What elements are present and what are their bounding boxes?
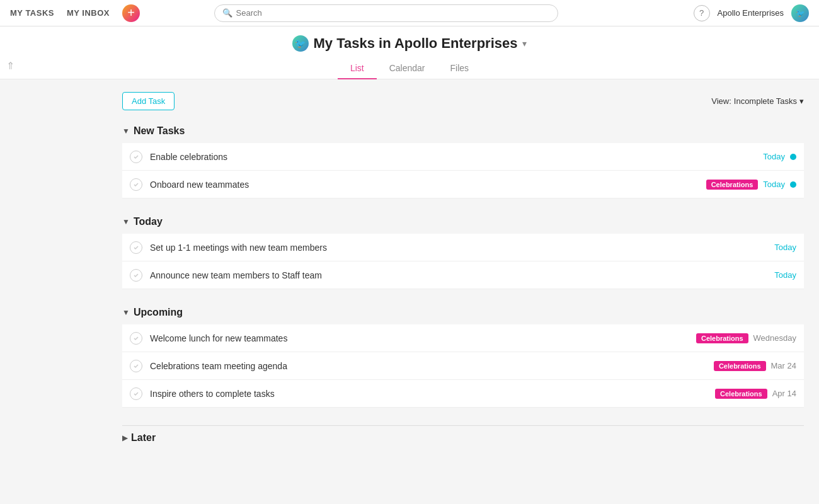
tab-files[interactable]: Files bbox=[438, 58, 482, 79]
page-icon: 🐦 bbox=[292, 35, 309, 52]
page-icon-glyph: 🐦 bbox=[295, 38, 306, 49]
company-name: Apollo Enterprises bbox=[718, 8, 784, 18]
task-meta: Today bbox=[763, 152, 796, 161]
task-meta: Celebrations Apr 14 bbox=[715, 389, 796, 399]
section-arrow-upcoming: ▼ bbox=[122, 308, 130, 317]
section-title-upcoming: Upcoming bbox=[134, 307, 183, 318]
task-date: Today bbox=[763, 180, 785, 189]
task-label: Welcome lunch for new teammates bbox=[150, 333, 691, 343]
task-checkbox[interactable] bbox=[130, 151, 142, 163]
task-label: Enable celebrations bbox=[150, 152, 758, 162]
tab-list[interactable]: List bbox=[338, 58, 377, 79]
help-icon: ? bbox=[699, 8, 704, 18]
nav-my-inbox[interactable]: MY INBOX bbox=[67, 6, 110, 20]
task-row[interactable]: Celebrations team meeting agenda Celebra… bbox=[122, 352, 804, 380]
avatar-icon: 🐦 bbox=[796, 9, 805, 18]
task-meta: Today bbox=[774, 270, 796, 280]
check-icon bbox=[133, 244, 139, 251]
task-tag: Celebrations bbox=[696, 333, 748, 343]
task-tag: Celebrations bbox=[706, 180, 759, 190]
section-arrow-new-tasks: ▼ bbox=[122, 127, 130, 135]
view-select[interactable]: View: Incomplete Tasks ▾ bbox=[711, 96, 804, 106]
section-new-tasks: ▼ New Tasks Enable celebrations Today On… bbox=[122, 125, 804, 198]
plus-icon: + bbox=[127, 6, 135, 19]
task-row[interactable]: Enable celebrations Today bbox=[122, 143, 804, 171]
task-toolbar: Add Task View: Incomplete Tasks ▾ bbox=[122, 92, 804, 110]
section-upcoming: ▼ Upcoming Welcome lunch for new teammat… bbox=[122, 307, 804, 408]
section-title-new-tasks: New Tasks bbox=[134, 125, 185, 137]
view-value: Incomplete Tasks bbox=[734, 96, 797, 106]
task-date: Wednesday bbox=[753, 333, 796, 343]
section-header-today[interactable]: ▼ Today bbox=[122, 216, 804, 227]
task-area: Add Task View: Incomplete Tasks ▾ ▼ New … bbox=[107, 79, 819, 504]
task-meta: Celebrations Today bbox=[706, 180, 796, 190]
task-label: Announce new team members to Staff team bbox=[150, 270, 769, 280]
avatar[interactable]: 🐦 bbox=[791, 4, 809, 22]
section-today: ▼ Today Set up 1-1 meetings with new tea… bbox=[122, 216, 804, 289]
task-label: Onboard new teammates bbox=[150, 180, 701, 190]
task-row[interactable]: Welcome lunch for new teammates Celebrat… bbox=[122, 324, 804, 352]
task-row[interactable]: Onboard new teammates Celebrations Today bbox=[122, 171, 804, 198]
check-icon bbox=[133, 391, 139, 397]
section-arrow-today: ▼ bbox=[122, 217, 130, 226]
view-label: View: bbox=[711, 96, 731, 106]
add-task-button[interactable]: Add Task bbox=[122, 92, 175, 110]
check-icon bbox=[133, 335, 139, 341]
top-nav: MY TASKS MY INBOX + 🔍 ? Apollo Enterpris… bbox=[0, 0, 819, 26]
task-checkbox[interactable] bbox=[130, 269, 142, 282]
task-row[interactable]: Set up 1-1 meetings with new team member… bbox=[122, 234, 804, 261]
help-button[interactable]: ? bbox=[694, 5, 710, 21]
tab-calendar[interactable]: Calendar bbox=[377, 58, 438, 79]
task-checkbox[interactable] bbox=[130, 178, 142, 191]
page-tabs: List Calendar Files bbox=[0, 58, 819, 79]
section-header-upcoming[interactable]: ▼ Upcoming bbox=[122, 307, 804, 318]
nav-my-tasks[interactable]: MY TASKS bbox=[10, 6, 54, 20]
dot-indicator bbox=[790, 154, 796, 160]
check-icon bbox=[133, 272, 139, 278]
check-icon bbox=[133, 154, 139, 160]
section-arrow-later: ▶ bbox=[122, 434, 127, 442]
task-date: Today bbox=[774, 243, 796, 252]
task-checkbox[interactable] bbox=[130, 387, 142, 400]
search-bar: 🔍 bbox=[214, 4, 558, 22]
task-row[interactable]: Announce new team members to Staff team … bbox=[122, 261, 804, 289]
add-button[interactable]: + bbox=[122, 4, 140, 22]
task-meta: Today bbox=[774, 243, 796, 252]
page-title-dropdown[interactable]: ▾ bbox=[522, 38, 527, 49]
task-tag: Celebrations bbox=[714, 361, 766, 371]
task-checkbox[interactable] bbox=[130, 360, 142, 372]
dot-indicator bbox=[790, 181, 796, 188]
task-date: Apr 14 bbox=[772, 389, 796, 398]
task-label: Celebrations team meeting agenda bbox=[150, 361, 709, 371]
section-header-new-tasks[interactable]: ▼ New Tasks bbox=[122, 125, 804, 137]
page-header: 🐦 My Tasks in Apollo Enterprises ▾ List … bbox=[0, 26, 819, 79]
task-checkbox[interactable] bbox=[130, 332, 142, 345]
page-title-row: 🐦 My Tasks in Apollo Enterprises ▾ bbox=[0, 35, 819, 52]
task-tag: Celebrations bbox=[715, 389, 767, 399]
section-title-later: Later bbox=[131, 432, 156, 444]
task-checkbox[interactable] bbox=[130, 241, 142, 254]
task-date: Today bbox=[763, 152, 785, 161]
task-label: Set up 1-1 meetings with new team member… bbox=[150, 243, 769, 253]
task-date: Mar 24 bbox=[771, 361, 796, 370]
task-date: Today bbox=[774, 270, 796, 280]
main-content: ⇑ Add Task View: Incomplete Tasks ▾ ▼ Ne… bbox=[0, 79, 819, 504]
page-title: My Tasks in Apollo Enterprises bbox=[314, 35, 518, 52]
task-row[interactable]: Inspire others to complete tasks Celebra… bbox=[122, 380, 804, 408]
view-arrow: ▾ bbox=[799, 96, 804, 106]
section-title-today: Today bbox=[134, 216, 163, 227]
nav-right: ? Apollo Enterprises 🐦 bbox=[694, 4, 810, 22]
check-icon bbox=[133, 181, 139, 188]
check-icon bbox=[133, 363, 139, 369]
task-meta: Celebrations Mar 24 bbox=[714, 361, 796, 371]
task-label: Inspire others to complete tasks bbox=[150, 389, 710, 399]
search-icon: 🔍 bbox=[222, 8, 232, 18]
search-input[interactable] bbox=[236, 8, 550, 18]
left-sidebar: ⇑ bbox=[0, 79, 107, 504]
section-header-later[interactable]: ▶ Later bbox=[122, 425, 804, 450]
task-meta: Celebrations Wednesday bbox=[696, 333, 796, 343]
